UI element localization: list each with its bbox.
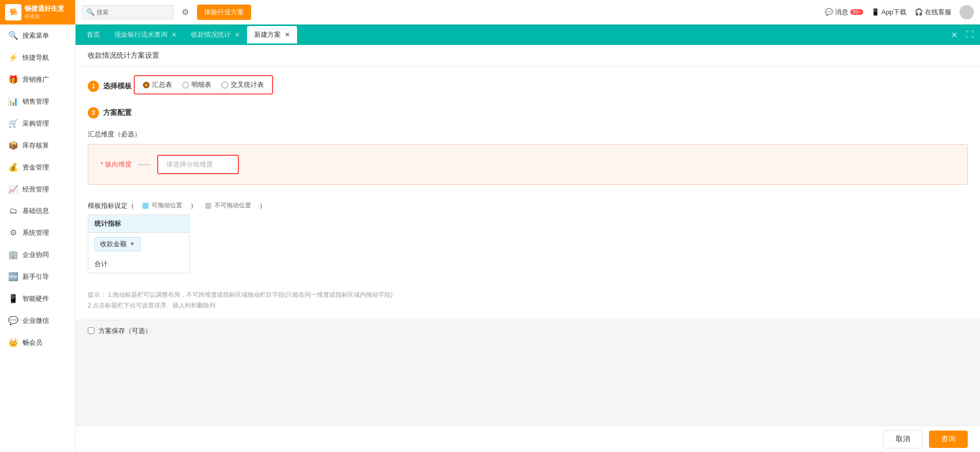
radio-cross[interactable]: 交叉统计表: [222, 80, 264, 89]
arrow-icon: ——: [138, 160, 151, 168]
sidebar-item-purchase[interactable]: 🛒 采购管理: [0, 112, 75, 134]
sidebar-label-operation: 经营管理: [22, 185, 49, 194]
save-checkbox[interactable]: [88, 327, 94, 334]
member-icon: 👑: [8, 338, 18, 347]
dropdown-arrow-icon: ▼: [130, 241, 135, 247]
tab-home[interactable]: 首页: [80, 26, 107, 43]
fixed-dot: [205, 203, 211, 209]
radio-cross-label: 交叉统计表: [231, 80, 264, 89]
query-button[interactable]: 查询: [929, 431, 968, 448]
content-inner: 收款情况统计方案设置 1 选择模板 汇总表 明: [76, 45, 980, 320]
finance-icon: 💰: [8, 162, 18, 172]
trial-button[interactable]: 体验行业方案: [197, 5, 251, 20]
legend-movable: 可拖动位置: [142, 201, 182, 210]
footer-save: 方案保存（可选）: [76, 320, 980, 342]
sidebar-label-search-menu: 搜索菜单: [22, 31, 49, 40]
page-header: 收款情况统计方案设置: [76, 45, 980, 67]
radio-cross-input[interactable]: [222, 82, 228, 88]
dimension-config: 汇总维度（必选） * 纵向维度 —— 请选择分组维度: [76, 130, 980, 201]
radio-summary-label: 汇总表: [152, 80, 172, 89]
dimension-row-label: * 纵向维度: [101, 160, 132, 169]
logo-text: 畅捷通好生意: [24, 5, 64, 13]
tab-cashflow[interactable]: 现金银行流水查询 ✕: [107, 26, 184, 43]
legend-fixed: 不可拖动位置: [205, 201, 251, 210]
sidebar-label-marketing: 营销推广: [22, 75, 49, 84]
tab-close-receipt[interactable]: ✕: [235, 31, 240, 38]
sidebar-logo: 畅 畅捷通好生意 标准版: [0, 0, 75, 25]
sidebar-item-enterprise[interactable]: 🏢 企业协同: [0, 244, 75, 266]
radio-summary-input[interactable]: [143, 82, 150, 88]
sidebar-label-hardware: 智能硬件: [22, 294, 49, 303]
close-all-icon[interactable]: ✕: [949, 28, 960, 42]
tab-close-cashflow[interactable]: ✕: [172, 31, 177, 38]
sidebar-item-sales[interactable]: 📊 销售管理: [0, 90, 75, 112]
content-area: 收款情况统计方案设置 1 选择模板 汇总表 明: [76, 45, 980, 425]
metrics-table-header: 统计指标: [88, 215, 189, 233]
step1-text: 选择模板: [103, 82, 132, 91]
action-bar: 取消 查询: [76, 425, 980, 452]
sidebar-item-marketing[interactable]: 🎁 营销推广: [0, 68, 75, 90]
step2-section: 2 方案配置: [76, 107, 980, 130]
service-button[interactable]: 🎧 在线客服: [915, 8, 951, 17]
radio-detail-label: 明细表: [191, 80, 211, 89]
search-menu-icon: 🔍: [8, 31, 18, 40]
tip-line2: 2.点击标题栏下拉可设置排序、插入列和删除列: [88, 300, 968, 312]
sales-icon: 📊: [8, 97, 18, 106]
step2-label: 2 方案配置: [88, 107, 132, 118]
download-button[interactable]: 📱 App下载: [871, 8, 906, 17]
tip-line1: 提示： 1.拖动标题栏可以调整布局，不可跨维度或指标区域拖动栏目字段(只能在同一…: [88, 290, 968, 301]
tips-area: 提示： 1.拖动标题栏可以调整布局，不可跨维度或指标区域拖动栏目字段(只能在同一…: [76, 281, 980, 320]
main-area: 🔍 ⚙ 体验行业方案 💬 消息 99+ 📱 App下载 🎧 在线客服 首页: [76, 0, 980, 452]
search-box[interactable]: 🔍: [82, 5, 174, 19]
sidebar-item-operation[interactable]: 📈 经营管理: [0, 178, 75, 200]
purchase-icon: 🛒: [8, 118, 18, 128]
message-icon: 💬: [825, 8, 833, 16]
cancel-button[interactable]: 取消: [883, 430, 923, 448]
tab-receipt-stat[interactable]: 收款情况统计 ✕: [184, 26, 247, 43]
sidebar-label-purchase: 采购管理: [22, 119, 49, 128]
sidebar-item-hardware[interactable]: 📱 智能硬件: [0, 288, 75, 310]
sidebar-item-search-menu[interactable]: 🔍 搜索菜单: [0, 25, 75, 46]
radio-group: 汇总表 明细表 交叉统计表: [143, 80, 264, 89]
save-label[interactable]: 方案保存（可选）: [99, 326, 152, 336]
user-avatar[interactable]: [960, 5, 974, 19]
metrics-tag-label: 收款金额: [100, 240, 127, 249]
sidebar-label-inventory: 库存核算: [22, 141, 49, 150]
sidebar-label-basic: 基础信息: [22, 206, 49, 216]
gear-icon[interactable]: ⚙: [182, 7, 189, 17]
dimension-select[interactable]: 请选择分组维度: [157, 155, 239, 174]
metrics-tag[interactable]: 收款金额 ▼: [94, 237, 140, 251]
tab-close-new-plan[interactable]: ✕: [285, 31, 290, 38]
quick-nav-icon: ⚡: [8, 53, 18, 62]
system-icon: ⚙: [8, 228, 18, 237]
metrics-table: 统计指标 收款金额 ▼ 合计: [88, 215, 190, 273]
tabbar: 首页 现金银行流水查询 ✕ 收款情况统计 ✕ 新建方案 ✕ ✕ ⛶: [76, 25, 980, 45]
radio-detail[interactable]: 明细表: [182, 80, 211, 89]
sidebar-item-wechat[interactable]: 💬 企业微信: [0, 310, 75, 331]
metrics-section-label: 模板指标设定（: [88, 201, 134, 210]
sidebar-label-finance: 资金管理: [22, 163, 49, 172]
search-input[interactable]: [96, 9, 168, 16]
sidebar-item-basic[interactable]: 🗂 基础信息: [0, 200, 75, 222]
sidebar-item-inventory[interactable]: 📦 库存核算: [0, 134, 75, 156]
sidebar-item-member[interactable]: 👑 畅会员: [0, 331, 75, 353]
message-button[interactable]: 💬 消息 99+: [825, 8, 863, 17]
service-label: 在线客服: [925, 8, 951, 17]
dimension-placeholder: 请选择分组维度: [166, 160, 213, 168]
expand-icon[interactable]: ⛶: [964, 28, 976, 42]
sidebar-item-guide[interactable]: 🆕 新手引导: [0, 266, 75, 288]
tab-new-plan[interactable]: 新建方案 ✕: [247, 26, 297, 43]
sidebar-item-quick-nav[interactable]: ⚡ 快捷导航: [0, 46, 75, 68]
dimension-section-label: 汇总维度（必选）: [88, 130, 968, 139]
sidebar-item-system[interactable]: ⚙ 系统管理: [0, 222, 75, 244]
sidebar-item-finance[interactable]: 💰 资金管理: [0, 156, 75, 178]
step1-label: 1 选择模板: [88, 81, 132, 92]
radio-detail-input[interactable]: [182, 82, 189, 88]
tabbar-right: ✕ ⛶: [949, 28, 976, 42]
search-icon: 🔍: [86, 8, 94, 16]
radio-summary[interactable]: 汇总表: [143, 80, 172, 89]
guide-icon: 🆕: [8, 272, 18, 281]
wechat-icon: 💬: [8, 316, 18, 325]
step1-num: 1: [88, 81, 99, 92]
movable-dot: [142, 203, 149, 209]
